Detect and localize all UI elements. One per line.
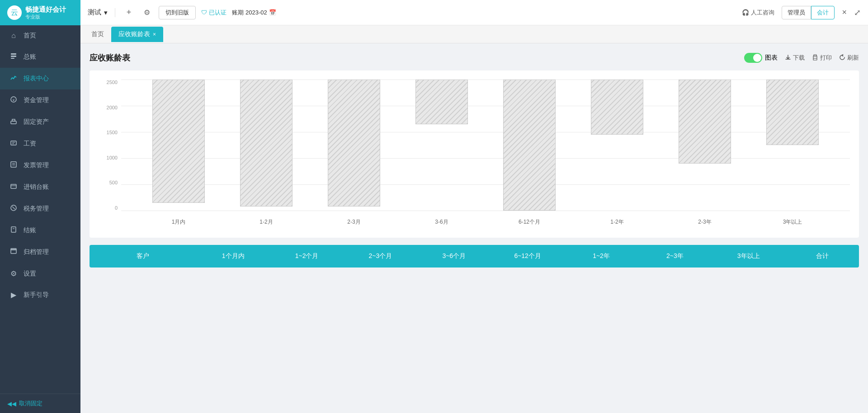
tab-home[interactable]: 首页 (84, 27, 111, 42)
sidebar-pin-button[interactable]: ◀◀ 取消固定 (0, 394, 80, 413)
print-button[interactable]: 打印 (812, 54, 832, 62)
sidebar-item-beginner-guide[interactable]: ▶ 新手引导 (0, 284, 80, 305)
sidebar-item-sales-purchase[interactable]: 进销台账 (0, 176, 80, 198)
calendar-icon[interactable]: 📅 (269, 9, 276, 16)
tab-aging-report[interactable]: 应收账龄表 × (111, 27, 163, 42)
sidebar-item-reports[interactable]: 报表中心 (0, 68, 80, 89)
bar-group-6-12month (486, 80, 573, 211)
col-2-3month: 2~3个月 (344, 245, 417, 268)
page-content: 应收账龄表 图表 下载 打 (80, 43, 868, 413)
refresh-button[interactable]: 刷新 (839, 54, 859, 62)
sidebar-item-closing[interactable]: 结账 (0, 220, 80, 241)
page-actions: 图表 下载 打印 刷新 (744, 53, 859, 63)
accounting-period: 账期 2023-02 📅 (232, 9, 276, 17)
bar-2-3month (328, 80, 380, 206)
print-label: 打印 (820, 54, 832, 62)
col-1month: 1个月内 (196, 245, 270, 268)
y-label-500: 500 (109, 180, 118, 185)
user-role-buttons: 管理员 会计 (782, 6, 835, 19)
sidebar-item-tax[interactable]: 税务管理 (0, 198, 80, 220)
pin-icon: ◀◀ (7, 400, 16, 407)
sidebar-item-fund[interactable]: ¥ 资金管理 (0, 89, 80, 111)
sidebar-item-general-ledger[interactable]: 总账 (0, 46, 80, 68)
x-label-3-6month: 3-6月 (398, 218, 486, 226)
download-button[interactable]: 下载 (785, 54, 805, 62)
app-logo-icon: 云 (7, 5, 22, 20)
expand-button[interactable]: ⤢ (854, 8, 861, 18)
main-area: 测试 ▾ + ⚙ 切到旧版 🛡 已认证 账期 2023-02 📅 🎧 人工咨询 … (80, 0, 868, 413)
sidebar-item-invoice[interactable]: 发票管理 (0, 155, 80, 176)
aging-table: 客户 1个月内 1~2个月 2~3个月 3~6个月 6~12个月 1~2年 2~… (90, 245, 859, 268)
x-label-1-2month: 1-2月 (222, 218, 310, 226)
download-icon (785, 54, 791, 62)
sidebar-item-home[interactable]: ⌂ 首页 (0, 25, 80, 46)
beginner-guide-icon: ▶ (9, 291, 18, 299)
bar-group-2-3month (310, 80, 398, 211)
x-axis: 1月内 1-2月 2-3月 3-6月 6-12个月 1-2年 2-3年 3年以上 (121, 211, 850, 233)
app-name-block: 畅捷通好会计 专业版 (25, 5, 66, 20)
tab-aging-report-label: 应收账龄表 (118, 30, 150, 38)
period-label: 账期 (232, 9, 244, 17)
app-name: 畅捷通好会计 (25, 5, 66, 14)
user-button[interactable]: 管理员 (782, 6, 811, 19)
ledger-icon (9, 52, 18, 61)
bar-1month (152, 80, 205, 203)
sidebar-label-reports: 报表中心 (24, 75, 49, 83)
app-edition: 专业版 (25, 14, 66, 20)
page-title: 应收账龄表 (90, 52, 130, 63)
bar-2-3year (679, 80, 731, 164)
sidebar-label-fixed-assets: 固定资产 (24, 118, 49, 126)
bar-1-2month (240, 80, 292, 206)
chart-container: 2500 2000 1500 1000 500 0 (90, 70, 859, 238)
switch-track[interactable] (744, 53, 762, 63)
topbar-settings-button[interactable]: ⚙ (141, 6, 153, 19)
sidebar-item-settings[interactable]: ⚙ 设置 (0, 263, 80, 284)
payroll-icon (9, 139, 18, 148)
tab-close-icon[interactable]: × (153, 31, 156, 38)
chart-toggle[interactable]: 图表 (744, 53, 778, 63)
download-label: 下载 (793, 54, 805, 62)
sidebar-label-payroll: 工资 (24, 140, 36, 148)
switch-version-button[interactable]: 切到旧版 (159, 6, 196, 19)
bar-group-2-3year (661, 80, 749, 211)
headset-icon: 🎧 (742, 9, 749, 16)
sidebar-logo: 云 畅捷通好会计 专业版 (0, 0, 80, 25)
bar-6-12month (503, 80, 556, 211)
bar-group-1-2year (573, 80, 661, 211)
sidebar-label-closing: 结账 (24, 226, 36, 235)
fixed-assets-icon (9, 117, 18, 127)
svg-rect-6 (12, 119, 15, 121)
sidebar-item-archive[interactable]: 归档管理 (0, 241, 80, 263)
consult-button[interactable]: 🎧 人工咨询 (742, 9, 774, 17)
closing-icon (9, 226, 18, 235)
y-label-1500: 1500 (107, 130, 118, 135)
switch-thumb (753, 54, 761, 62)
svg-rect-1 (11, 56, 16, 57)
tab-bar: 首页 应收账龄表 × (80, 25, 868, 43)
sidebar-label-general-ledger: 总账 (24, 53, 36, 61)
svg-rect-13 (11, 184, 16, 188)
topbar: 测试 ▾ + ⚙ 切到旧版 🛡 已认证 账期 2023-02 📅 🎧 人工咨询 … (80, 0, 868, 25)
bar-3yearplus (766, 80, 819, 145)
sidebar-item-fixed-assets[interactable]: 固定资产 (0, 111, 80, 133)
close-button[interactable]: × (842, 8, 847, 17)
role-button[interactable]: 会计 (811, 6, 835, 19)
svg-rect-10 (11, 162, 16, 167)
sidebar-label-invoice: 发票管理 (24, 161, 49, 169)
consult-label: 人工咨询 (751, 9, 774, 17)
bar-3-6month (415, 80, 468, 124)
y-label-2500: 2500 (107, 80, 118, 85)
x-label-1-2year: 1-2年 (573, 218, 661, 226)
bar-group-3yearplus (749, 80, 836, 211)
shield-icon: 🛡 (201, 9, 207, 16)
add-project-button[interactable]: + (123, 6, 135, 19)
sidebar-label-sales-purchase: 进销台账 (24, 183, 49, 191)
fund-icon: ¥ (9, 96, 18, 105)
verified-badge: 🛡 已认证 (201, 9, 226, 17)
project-selector[interactable]: 测试 ▾ (88, 8, 108, 17)
table-header: 客户 1个月内 1~2个月 2~3个月 3~6个月 6~12个月 1~2年 2~… (90, 245, 859, 268)
sidebar-label-home: 首页 (24, 32, 36, 40)
topbar-right: 🎧 人工咨询 管理员 会计 × ⤢ (742, 6, 861, 19)
reports-icon (9, 74, 18, 83)
sidebar-item-payroll[interactable]: 工资 (0, 133, 80, 155)
